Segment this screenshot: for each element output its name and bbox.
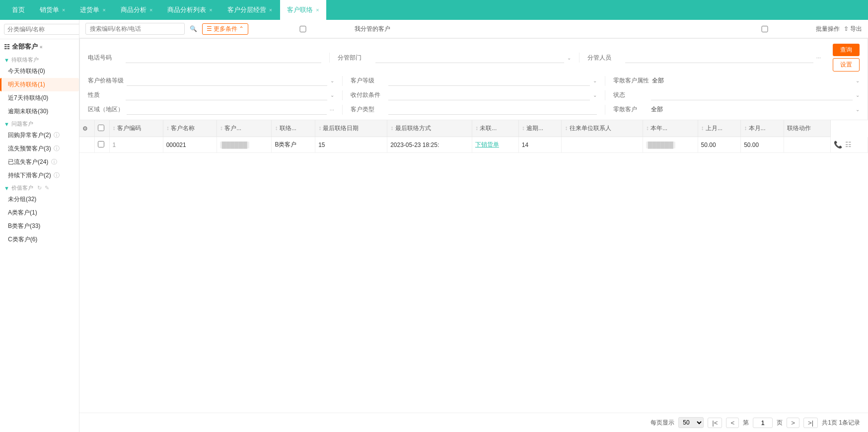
close-icon[interactable]: × [62, 7, 65, 13]
search-input[interactable] [85, 23, 185, 35]
grid-icon: ☷ [4, 43, 10, 51]
filter-retail: 零散客户 全部 ⌄ [613, 105, 860, 114]
page-label: 第 [743, 419, 749, 427]
close-icon[interactable]: × [209, 7, 212, 13]
divider [605, 90, 605, 100]
export-icon: ⇧ [844, 25, 849, 32]
sort-icon: ↕ [701, 125, 704, 132]
edit-icon[interactable]: ✎ [45, 185, 49, 191]
payment-input[interactable] [388, 90, 590, 100]
sidebar-item-tomorrow-pending[interactable]: 明天待联络(1) [0, 78, 79, 91]
chevron-down-icon[interactable]: ⌄ [856, 92, 860, 98]
chevron-down-icon[interactable]: ⌄ [593, 92, 597, 98]
more-icon[interactable]: ··· [816, 55, 821, 61]
filter-customer-level: 客户等级 ⌄ [351, 75, 597, 86]
nav-customer-layering[interactable]: 客户分层经营 × [220, 0, 279, 20]
more-icon[interactable]: ··· [330, 107, 334, 113]
nav-home[interactable]: 首页 [5, 0, 32, 20]
chevron-down-icon[interactable]: ⌄ [567, 55, 571, 61]
search-button[interactable]: 🔍 [190, 25, 197, 32]
department-input[interactable] [375, 53, 564, 63]
chevron-down-icon[interactable]: ⌄ [330, 92, 334, 98]
status-input[interactable] [651, 90, 853, 100]
query-button[interactable]: 查询 [833, 44, 860, 56]
method-link[interactable]: 下销货单 [475, 141, 499, 148]
sidebar-item-repurchase-abnormal[interactable]: 回购异常客户(2) ⓘ [0, 129, 79, 142]
gear-cell [79, 137, 94, 153]
first-page-button[interactable]: |< [708, 418, 722, 428]
sidebar-item-declining[interactable]: 持续下滑客户(2) ⓘ [0, 169, 79, 182]
chevron-down-icon[interactable]: ⌄ [593, 78, 597, 83]
adv-filter-actions: 查询 设置 [833, 44, 860, 72]
divider [329, 53, 330, 63]
filter-retail-attr: 零散客户属性 全部 ⌄ [613, 76, 860, 85]
sidebar-item-overdue-pending[interactable]: 逾期未联络(30) [0, 105, 79, 118]
advanced-filter: 电话号码 分管部门 ⌄ 分管人员 ··· 查询 [79, 38, 868, 120]
phone-action-icon[interactable]: 📞 [834, 141, 842, 148]
sidebar-item-class-c[interactable]: C类客户(6) [0, 233, 79, 246]
batch-operation-button[interactable]: 批量操作 [715, 25, 840, 33]
last-method-cell: 下销货单 [472, 137, 518, 153]
page-number-input[interactable] [753, 418, 773, 428]
sidebar-item-churned[interactable]: 已流失客户(24) ⓘ [0, 155, 79, 169]
nav-product-analysis[interactable]: 商品分析 × [114, 0, 159, 20]
sidebar-item-7days-pending[interactable]: 近7天待联络(0) [0, 91, 79, 105]
my-customers-checkbox[interactable]: 我分管的客户 [253, 25, 390, 33]
gear-icon[interactable]: ⚙ [82, 125, 88, 132]
nav-product-analysis-list[interactable]: 商品分析列表 × [160, 0, 219, 20]
phone-input[interactable] [126, 53, 321, 63]
close-icon[interactable]: × [316, 7, 319, 13]
sidebar-item-ungrouped[interactable]: 未分组(32) [0, 193, 79, 206]
nav-purchase-order[interactable]: 进货单 × [73, 0, 112, 20]
price-level-input[interactable] [127, 75, 327, 86]
type-column-header: ↕ 客户... [217, 120, 272, 137]
divider [605, 76, 605, 86]
my-customers-input[interactable] [253, 26, 353, 32]
sidebar-item-churn-warning[interactable]: 流失预警客户(3) ⓘ [0, 142, 79, 155]
per-page-select[interactable]: 50 100 200 [678, 417, 704, 428]
type-input[interactable] [388, 104, 597, 115]
sidebar-problem-group: ▼ 问题客户 [0, 118, 79, 129]
person-input[interactable] [625, 53, 813, 63]
reset-button[interactable]: 设置 [833, 58, 860, 72]
select-all-checkbox[interactable] [98, 125, 104, 131]
sidebar-item-class-b[interactable]: B类客户(33) [0, 219, 79, 233]
sidebar-item-today-pending[interactable]: 今天待联络(0) [0, 65, 79, 78]
region-input[interactable] [127, 104, 327, 115]
chevron-down-icon[interactable]: ⌄ [856, 107, 860, 112]
last-page-button[interactable]: >| [803, 418, 818, 428]
close-icon[interactable]: × [149, 7, 152, 13]
sort-icon: ↕ [220, 125, 223, 132]
triangle-icon: ▼ [4, 121, 9, 127]
nav-customer-contact[interactable]: 客户联络 × [280, 0, 326, 20]
next-page-button[interactable]: > [787, 418, 799, 428]
sort-icon: ↕ [113, 125, 116, 132]
grid-action-icon[interactable]: ☷ [845, 141, 852, 148]
gear-column-header: ⚙ [79, 120, 94, 137]
nav-sales-order[interactable]: 销货单 × [33, 0, 72, 20]
close-icon[interactable]: × [269, 7, 272, 13]
batch-checkbox[interactable] [715, 26, 814, 32]
liaison-name: ██████ [646, 142, 675, 148]
sidebar-search-input[interactable] [4, 24, 79, 35]
customer-level-input[interactable] [388, 75, 590, 86]
sidebar-all-customers[interactable]: ☷ 全部客户 « [0, 39, 79, 54]
type-cell: B类客户 [272, 137, 315, 153]
row-checkbox[interactable] [98, 141, 104, 147]
refresh-icon[interactable]: ↻ [37, 185, 42, 191]
last-month-cell: 50.00 [741, 137, 784, 153]
sidebar-item-class-a[interactable]: A类客户(1) [0, 206, 79, 219]
close-icon[interactable]: × [102, 7, 105, 13]
chevron-down-icon[interactable]: ⌄ [330, 78, 334, 83]
filter-bar: 🔍 ☰ 更多条件 ⌃ 我分管的客户 批量操作 ⇧ 导出 [79, 20, 868, 38]
sort-icon: ↕ [744, 125, 747, 132]
chevron-down-icon[interactable]: ⌄ [856, 78, 860, 83]
last-contact-date-column-header: ↕ 最后联络日期 [315, 120, 387, 137]
total-records: 共1页 1条记录 [822, 419, 860, 427]
nature-input[interactable] [126, 90, 327, 100]
current-month-column-header: ↕ 本月... [741, 120, 784, 137]
export-button[interactable]: ⇧ 导出 [844, 25, 862, 33]
filter-region: 区域（地区） ··· [88, 104, 334, 115]
more-conditions-button[interactable]: ☰ 更多条件 ⌃ [202, 23, 248, 35]
prev-page-button[interactable]: < [726, 418, 739, 428]
